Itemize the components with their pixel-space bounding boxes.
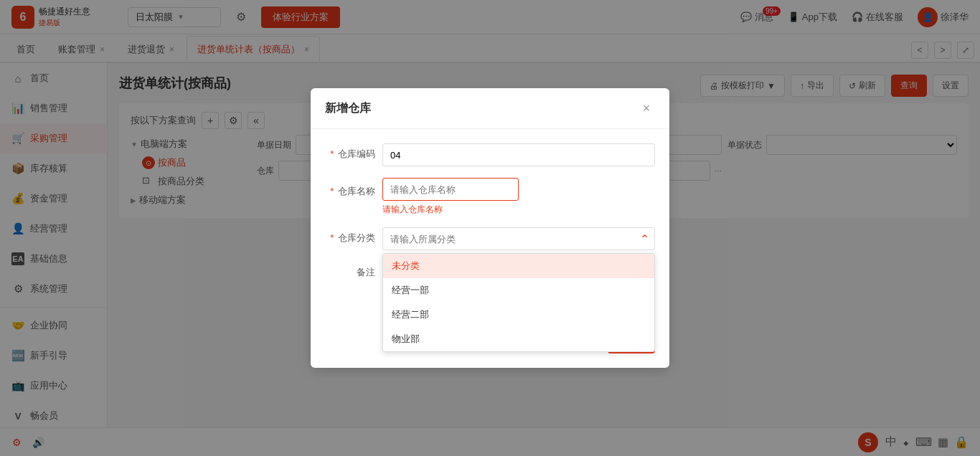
modal-title: 新增仓库 xyxy=(325,101,371,116)
form-row-category: * 仓库分类 ⌃ 未分类 经营一部 经营二部 物业部 xyxy=(325,227,655,250)
category-dropdown: ⌃ 未分类 经营一部 经营二部 物业部 xyxy=(382,227,655,250)
form-row-name: * 仓库名称 请输入仓库名称 xyxy=(325,178,655,216)
modal-close-button[interactable]: × xyxy=(638,100,655,117)
required-mark-name: * xyxy=(330,186,334,196)
category-label: * 仓库分类 xyxy=(325,227,375,244)
name-input[interactable] xyxy=(382,178,519,201)
code-label: * 仓库编码 xyxy=(325,143,375,161)
name-error-area: 请输入仓库名称 xyxy=(382,204,443,216)
category-input[interactable] xyxy=(382,227,655,250)
name-error-msg: 请输入仓库名称 xyxy=(382,204,443,214)
modal-header: 新增仓库 × xyxy=(311,88,669,129)
category-dropdown-list: 未分类 经营一部 经营二部 物业部 xyxy=(382,253,655,352)
modal-body: * 仓库编码 * 仓库名称 请输入仓库名称 xyxy=(311,129,669,323)
form-row-code: * 仓库编码 xyxy=(325,143,655,166)
modal-overlay: 新增仓库 × * 仓库编码 * 仓库名称 xyxy=(0,0,980,456)
dropdown-option-1[interactable]: 经营一部 xyxy=(383,278,654,303)
modal-add-warehouse: 新增仓库 × * 仓库编码 * 仓库名称 xyxy=(311,88,669,368)
note-label: 备注 xyxy=(325,262,375,279)
dropdown-option-2[interactable]: 经营二部 xyxy=(383,303,654,327)
name-input-wrap xyxy=(382,178,519,201)
dropdown-option-0[interactable]: 未分类 xyxy=(383,254,654,278)
code-input[interactable] xyxy=(382,143,655,166)
dropdown-arrow-icon[interactable]: ⌃ xyxy=(640,232,649,246)
dropdown-option-3[interactable]: 物业部 xyxy=(383,327,654,351)
required-mark-code: * xyxy=(330,148,334,159)
name-label: * 仓库名称 xyxy=(325,181,375,198)
required-mark-category: * xyxy=(330,232,334,243)
